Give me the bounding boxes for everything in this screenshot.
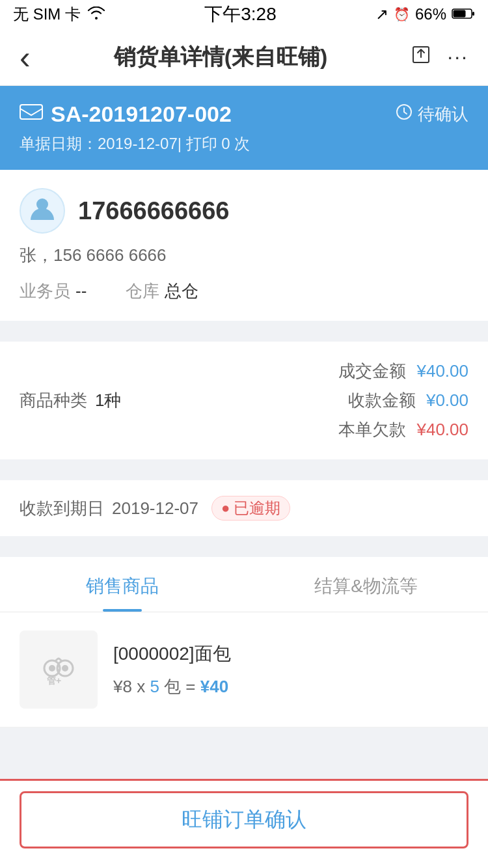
no-sim-text: 无 SIM 卡	[13, 4, 81, 25]
customer-avatar	[20, 188, 65, 234]
clock-icon	[396, 103, 413, 125]
warehouse-label: 仓库	[126, 280, 159, 303]
location-icon: ↗	[375, 5, 388, 23]
sales-value: --	[75, 281, 87, 301]
svg-point-9	[49, 665, 55, 671]
product-image: 管+	[20, 631, 98, 709]
amount-card: 商品种类 1种 成交金额 ¥40.00 收款金额 ¥0.00 本单欠款 ¥40.…	[0, 342, 488, 459]
product-item: 管+ [0000002]面包 ¥8 x 5 包 = ¥40	[0, 612, 488, 727]
amount-details: 成交金额 ¥40.00 收款金额 ¥0.00 本单欠款 ¥40.00	[338, 360, 468, 441]
due-date-value: 2019-12-07	[112, 498, 198, 519]
customer-card: 17666666666 张，156 6666 6666 业务员 -- 仓库 总仓	[0, 170, 488, 321]
order-date: 单据日期：2019-12-07| 打印 0 次	[20, 133, 468, 154]
svg-rect-2	[454, 10, 466, 18]
product-info: [0000002]面包 ¥8 x 5 包 = ¥40	[113, 642, 468, 698]
avatar-icon	[28, 194, 57, 228]
more-button[interactable]: ···	[447, 45, 468, 69]
warehouse-value: 总仓	[165, 280, 198, 303]
bottom-bar: 旺铺订单确认	[0, 779, 488, 868]
customer-name: 张，156 6666 6666	[20, 244, 468, 267]
order-icon	[20, 102, 43, 126]
status-bar-right: ↗ ⏰ 66%	[375, 5, 475, 23]
battery-icon	[452, 5, 475, 23]
product-calc: ¥8 x 5 包 = ¥40	[113, 675, 468, 698]
due-date-label: 收款到期日	[20, 497, 104, 520]
status-bar-time: 下午3:28	[204, 2, 277, 27]
wifi-icon	[87, 5, 105, 23]
separator-1	[0, 331, 488, 342]
sales-label: 业务员	[20, 280, 70, 303]
nav-bar: ‹ 销货单详情(来自旺铺) ···	[0, 29, 488, 86]
order-number: SA-20191207-002	[20, 102, 232, 127]
product-name: [0000002]面包	[113, 642, 468, 666]
battery-text: 66%	[415, 5, 446, 23]
tab-sales-products[interactable]: 销售商品	[0, 557, 244, 612]
svg-text:管+: 管+	[47, 675, 61, 686]
order-status: 待确认	[396, 103, 468, 126]
overdue-icon: ●	[221, 500, 230, 517]
back-button[interactable]: ‹	[20, 38, 31, 76]
tabs-container: 销售商品 结算&物流等	[0, 557, 488, 612]
status-bar: 无 SIM 卡 下午3:28 ↗ ⏰ 66%	[0, 0, 488, 29]
customer-phone: 17666666666	[78, 197, 229, 225]
svg-rect-4	[20, 105, 42, 119]
confirm-order-button[interactable]: 旺铺订单确认	[20, 791, 468, 848]
product-types: 商品种类 1种	[20, 389, 121, 412]
product-logo-icon: 管+	[33, 650, 85, 689]
svg-point-10	[62, 665, 68, 671]
separator-2	[0, 470, 488, 480]
due-date-card: 收款到期日 2019-12-07 ● 已逾期	[0, 480, 488, 536]
svg-rect-1	[472, 12, 474, 16]
tab-settlement-logistics[interactable]: 结算&物流等	[244, 557, 488, 612]
customer-meta: 业务员 -- 仓库 总仓	[20, 280, 468, 303]
order-header-card: SA-20191207-002 待确认 单据日期：2019-12-07| 打印 …	[0, 86, 488, 170]
overdue-text: 已逾期	[234, 498, 280, 519]
alarm-icon: ⏰	[394, 7, 410, 22]
separator-3	[0, 547, 488, 557]
page-title: 销货单详情(来自旺铺)	[31, 42, 411, 72]
share-button[interactable]	[411, 44, 431, 70]
status-bar-left: 无 SIM 卡	[13, 4, 105, 25]
product-section: 管+ [0000002]面包 ¥8 x 5 包 = ¥40	[0, 612, 488, 727]
overdue-badge: ● 已逾期	[211, 496, 290, 521]
nav-actions: ···	[411, 44, 468, 70]
